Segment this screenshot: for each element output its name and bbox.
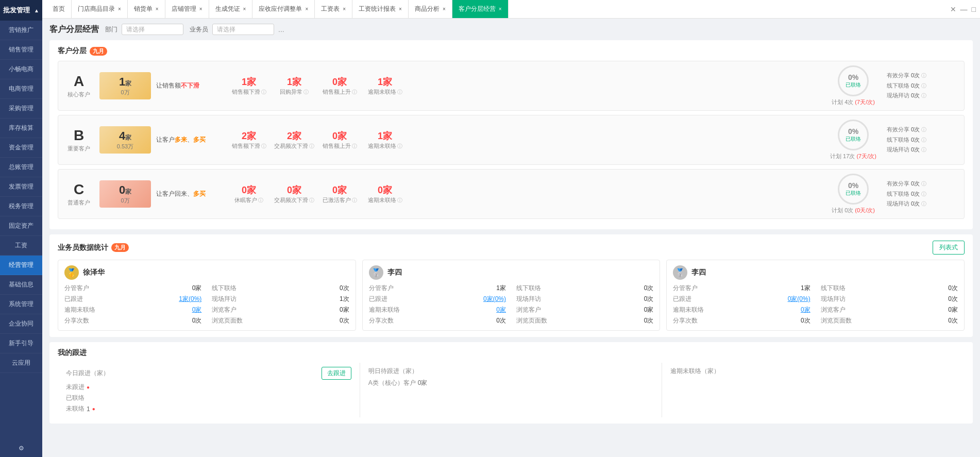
- sidebar-item-小畅电商[interactable]: 小畅电商: [0, 60, 42, 79]
- stat-item[interactable]: 0家已激活客户 ⓘ: [319, 184, 360, 204]
- sidebar-item-总账管理[interactable]: 总账管理: [0, 158, 42, 177]
- sidebar-item-云应用[interactable]: 云应用: [0, 353, 42, 373]
- tab-首页[interactable]: 首页: [46, 0, 72, 19]
- staff-stat-row: 浏览页面数 0次: [516, 316, 653, 325]
- tier-contact-box-c[interactable]: 0% 已联络 计划 0次 (0天/次): [825, 174, 882, 214]
- dept-label: 部门: [105, 25, 117, 34]
- followup-section-title: 我的跟进: [58, 348, 965, 358]
- page-header: 客户分层经营 部门 请选择 业务员 请选择 ...: [49, 24, 973, 35]
- sidebar-item-系统管理[interactable]: 系统管理: [0, 295, 42, 314]
- stat-item[interactable]: 0家销售额上升 ⓘ: [319, 76, 360, 96]
- staff-stat-row: 逾期未联络 0家: [673, 306, 810, 314]
- staff-stat-row: 分管客户 1家: [369, 284, 506, 293]
- tier-count-box-a[interactable]: 1家0万: [99, 72, 151, 99]
- sidebar-item-基础信息[interactable]: 基础信息: [0, 275, 42, 295]
- tab-close-icon[interactable]: ×: [499, 6, 502, 12]
- tab-工资统计报表[interactable]: 工资统计报表×: [352, 0, 409, 19]
- stat-item[interactable]: 0家休眠客户 ⓘ: [228, 184, 269, 204]
- tab-close-icon[interactable]: ×: [243, 6, 246, 12]
- staff-stat-row: 分享次数 0次: [369, 316, 506, 325]
- staff-stat-row: 线下联络 0次: [821, 284, 958, 293]
- sidebar-item-税务管理[interactable]: 税务管理: [0, 197, 42, 216]
- tab-店铺管理[interactable]: 店铺管理×: [165, 0, 209, 19]
- tab-close-icon[interactable]: ×: [156, 6, 159, 12]
- tab-close-icon[interactable]: ×: [199, 6, 202, 12]
- tab-工资表[interactable]: 工资表×: [315, 0, 352, 19]
- sidebar-item-库存核算[interactable]: 库存核算: [0, 119, 42, 138]
- staff-stat-row: 浏览客户 0家: [516, 306, 653, 314]
- sidebar-item-工资[interactable]: 工资: [0, 236, 42, 256]
- tab-close-icon[interactable]: ×: [343, 6, 346, 12]
- staff-header-1: 🥈 李四: [369, 265, 654, 280]
- staff-stat-row: 分享次数 0次: [673, 316, 810, 325]
- tab-close-icon[interactable]: ×: [118, 6, 121, 12]
- staff-stat-row: 逾期未联络 0家: [369, 306, 506, 314]
- tier-row-a: A核心客户1家0万让销售额不下滑1家销售额下滑 ⓘ1家回购异常 ⓘ0家销售额上升…: [58, 61, 965, 111]
- stat-item[interactable]: 0家逾期未联络 ⓘ: [364, 184, 405, 204]
- sidebar-item-新手引导[interactable]: 新手引导: [0, 334, 42, 353]
- content-area: 客户分层经营 部门 请选择 业务员 请选择 ... 客户分层 九月 A核心客户1: [42, 19, 980, 457]
- sidebar-item-固定资产[interactable]: 固定资产: [0, 216, 42, 236]
- staff-stats-grid-1: 分管客户 1家 线下联络 0次 已跟进 0家(0%) 现场拜访 0次 逾期未联络…: [369, 284, 654, 325]
- sidebar-item-电商管理[interactable]: 电商管理: [0, 79, 42, 99]
- sidebar-item-资金管理[interactable]: 资金管理: [0, 138, 42, 158]
- close-tab-icon[interactable]: ✕: [950, 5, 956, 13]
- sidebar-item-销售管理[interactable]: 销售管理: [0, 40, 42, 60]
- tab-close-icon[interactable]: ×: [443, 6, 446, 12]
- tab-bar: 首页门店商品目录×销货单×店铺管理×生成凭证×应收应付调整单×工资表×工资统计报…: [42, 0, 980, 19]
- stat-item[interactable]: 1家逾期未联络 ⓘ: [364, 130, 405, 150]
- tab-销货单[interactable]: 销货单×: [128, 0, 165, 19]
- tab-商品分析[interactable]: 商品分析×: [409, 0, 452, 19]
- sidebar-settings-icon[interactable]: ⚙: [0, 439, 42, 457]
- sidebar-item-发票管理[interactable]: 发票管理: [0, 177, 42, 197]
- stat-item[interactable]: 1家回购异常 ⓘ: [274, 76, 315, 96]
- staff-stat-row: 线下联络 0次: [212, 284, 349, 293]
- tab-close-icon[interactable]: ×: [305, 6, 308, 12]
- page-title: 客户分层经营: [49, 24, 99, 35]
- tier-row-c: C普通客户0家0万让客户回来、多买0家休眠客户 ⓘ0家交易频次下滑 ⓘ0家已激活…: [58, 169, 965, 219]
- tier-contact-box-b[interactable]: 0% 已联络 计划 17次 (7天/次): [825, 120, 882, 160]
- maximize-tab-icon[interactable]: □: [972, 5, 976, 13]
- stat-item[interactable]: 0家销售额上升 ⓘ: [319, 130, 360, 150]
- sidebar-header[interactable]: 批发管理 ▲: [0, 0, 42, 21]
- followup-today-col: 今日跟进（家） 去跟进 未跟进 ● 已联络 未联络 1 ●: [58, 363, 360, 417]
- tab-门店商品目录[interactable]: 门店商品目录×: [72, 0, 128, 19]
- tier-count-box-b[interactable]: 4家0.53万: [99, 126, 151, 154]
- tier-contact-box-a[interactable]: 0% 已联络 计划 4次 (7天/次): [825, 65, 882, 106]
- staff-stats-grid-2: 分管客户 1家 线下联络 0次 已跟进 0家(0%) 现场拜访 0次 逾期未联络…: [673, 284, 958, 325]
- filter-more[interactable]: ...: [278, 25, 284, 33]
- sidebar-item-采购管理[interactable]: 采购管理: [0, 99, 42, 119]
- dept-select[interactable]: 请选择: [122, 24, 183, 35]
- sidebar-item-企业协同[interactable]: 企业协同: [0, 314, 42, 334]
- stat-item[interactable]: 0家交易频次下滑 ⓘ: [274, 184, 315, 204]
- tier-stats-c: 0家休眠客户 ⓘ0家交易频次下滑 ⓘ0家已激活客户 ⓘ0家逾期未联络 ⓘ: [228, 184, 820, 204]
- stat-item[interactable]: 1家销售额下滑 ⓘ: [228, 76, 269, 96]
- business-section-header: 业务员数据统计 九月 列表式: [58, 241, 965, 255]
- tier-action-c: 让客户回来、多买: [156, 190, 223, 198]
- tier-label-b: B重要客户: [63, 127, 94, 153]
- sidebar-collapse-icon[interactable]: ▲: [34, 8, 39, 13]
- tier-count-box-c[interactable]: 0家0万: [99, 180, 151, 208]
- staff-stats-grid-0: 分管客户 0家 线下联络 0次 已跟进 1家(0%) 现场拜访 1次 逾期未联络…: [64, 284, 349, 325]
- followup-overdue-col: 逾期未联络（家）: [662, 363, 965, 417]
- stat-item[interactable]: 2家交易频次下滑 ⓘ: [274, 130, 315, 150]
- tier-action-a: 让销售额不下滑: [156, 81, 223, 90]
- list-view-button[interactable]: 列表式: [933, 241, 965, 255]
- staff-name-2: 李四: [691, 268, 706, 277]
- staff-name-0: 徐泽华: [83, 268, 105, 277]
- minimize-tab-icon[interactable]: —: [960, 5, 968, 13]
- dept-filter: 部门 请选择: [105, 24, 183, 35]
- followup-section: 我的跟进 今日跟进（家） 去跟进 未跟进 ● 已联络 未: [49, 342, 973, 424]
- sidebar-item-营销推广[interactable]: 营销推广: [0, 21, 42, 40]
- tab-应收应付调整单[interactable]: 应收应付调整单×: [252, 0, 315, 19]
- tab-生成凭证[interactable]: 生成凭证×: [209, 0, 253, 19]
- goto-followup-button[interactable]: 去跟进: [322, 367, 351, 380]
- staff-stat-row: 浏览客户 0家: [821, 306, 958, 314]
- tab-close-icon[interactable]: ×: [399, 6, 402, 12]
- sidebar-item-经营管理[interactable]: 经营管理: [0, 256, 42, 275]
- stat-item[interactable]: 2家销售额下滑 ⓘ: [228, 130, 269, 150]
- staff-select[interactable]: 请选择: [212, 24, 274, 35]
- business-section-label: 业务员数据统计: [58, 243, 108, 252]
- tab-客户分层经营[interactable]: 客户分层经营×: [452, 0, 509, 19]
- stat-item[interactable]: 1家逾期未联络 ⓘ: [364, 76, 405, 96]
